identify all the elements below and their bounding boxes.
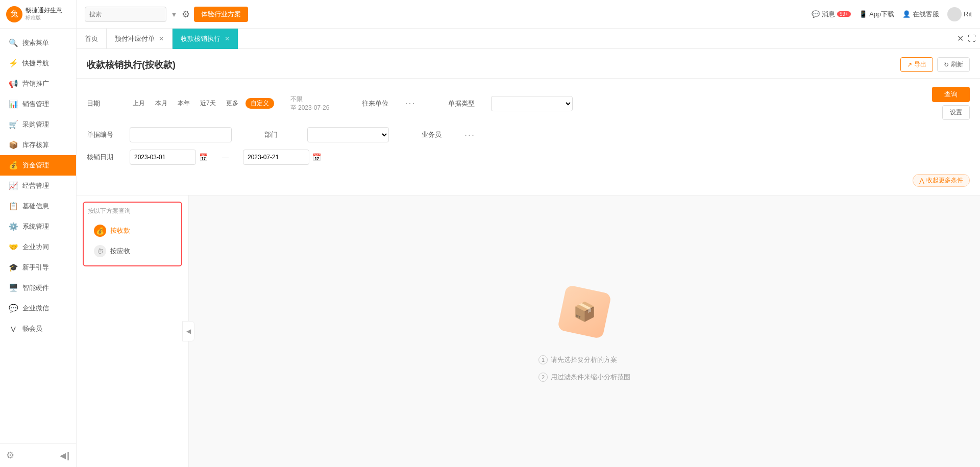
sidebar-item-inventory[interactable]: 📦 库存核算 — [0, 135, 76, 155]
topbar-left: ▼ ⚙ 体验行业方案 — [85, 7, 248, 22]
tab-close-icon[interactable]: ✕ — [957, 34, 964, 43]
sidebar-item-wechat[interactable]: 💬 企业微信 — [0, 298, 76, 318]
tab-home[interactable]: 首页 — [77, 29, 107, 49]
hint-num-1: 1 — [538, 355, 548, 364]
system-icon: ⚙️ — [8, 222, 18, 232]
date-7days[interactable]: 近7天 — [197, 98, 219, 109]
collapse-more-area: ⋀ 收起更多条件 — [87, 174, 970, 187]
topbar-search-input[interactable] — [85, 7, 166, 22]
date-custom-btn[interactable]: 自定义 — [246, 98, 274, 109]
sidebar-item-marketing[interactable]: 📢 营销推广 — [0, 73, 76, 94]
verify-date-end-input[interactable] — [243, 150, 309, 165]
app-download-item[interactable]: 📱 App下载 — [859, 10, 894, 19]
sidebar-item-system[interactable]: ⚙️ 系统管理 — [0, 216, 76, 237]
wechat-icon: 💬 — [8, 303, 18, 313]
filter-by-receivable[interactable]: ⏱ 按应收 — [88, 241, 177, 261]
topbar-dropdown-arrow[interactable]: ▼ — [170, 10, 178, 18]
home-tab-label: 首页 — [85, 34, 98, 43]
sidebar-item-collab[interactable]: 🤝 企业协同 — [0, 237, 76, 257]
sidebar-item-purchase[interactable]: 🛒 采购管理 — [0, 114, 76, 135]
message-badge: 99+ — [837, 11, 851, 17]
sidebar-item-guide[interactable]: 🎓 新手引导 — [0, 257, 76, 278]
refresh-button[interactable]: ↻ 刷新 — [937, 57, 970, 72]
date-this-month[interactable]: 本月 — [152, 98, 170, 109]
query-button[interactable]: 查询 — [932, 87, 970, 102]
sales-icon: 📊 — [8, 99, 18, 109]
app-name: 畅捷通好生意 — [26, 7, 62, 15]
export-button[interactable]: ↗ 导出 — [900, 57, 933, 72]
hint-item-2: 2 用过滤条件来缩小分析范围 — [538, 371, 630, 384]
date-separator: — — [222, 154, 229, 161]
query-panel-border: 按以下方案查询 💰 按收款 ⏱ 按应收 — [83, 202, 182, 266]
dept-select[interactable] — [307, 127, 389, 142]
date-to-label: 至 2023-07-26 — [290, 104, 330, 112]
salesperson-label: 业务员 — [422, 130, 452, 139]
operations-icon: 📈 — [8, 181, 18, 191]
user-item[interactable]: Rit — [947, 7, 972, 21]
counterpart-more-icon[interactable]: ··· — [405, 98, 415, 109]
sidebar-item-label: 新手引导 — [22, 263, 49, 272]
message-label: 消息 — [822, 10, 835, 19]
purchase-icon: 🛒 — [8, 119, 18, 130]
sidebar-item-nav[interactable]: ⚡ 快捷导航 — [0, 53, 76, 73]
doc-no-input[interactable] — [130, 127, 232, 142]
sidebar-item-label: 库存核算 — [22, 140, 49, 150]
query-panel-title: 按以下方案查询 — [88, 207, 177, 215]
panel-collapse-button[interactable]: ◀ — [182, 321, 194, 341]
filter-by-receipt[interactable]: 💰 按收款 — [88, 220, 177, 241]
logo-icon: 兔 — [6, 6, 22, 22]
sidebar-item-label: 基础信息 — [22, 202, 49, 211]
industry-solution-button[interactable]: 体验行业方案 — [194, 7, 248, 22]
sidebar-item-hardware[interactable]: 🖥️ 智能硬件 — [0, 278, 76, 298]
verify-date-end-calendar-icon[interactable]: 📅 — [312, 153, 321, 161]
tab-receipt-verify[interactable]: 收款核销执行 ✕ — [173, 29, 238, 49]
tab-expand-icon[interactable]: ⛶ — [968, 34, 976, 43]
sidebar-item-finance[interactable]: 💰 资金管理 — [0, 155, 76, 176]
sidebar-item-label: 销售管理 — [22, 100, 49, 109]
empty-hints: 1 请先选择要分析的方案 2 用过滤条件来缩小分析范围 — [538, 353, 630, 384]
empty-state: 📦 1 请先选择要分析的方案 2 用过滤条件来缩小分析范围 — [538, 279, 630, 384]
date-this-year[interactable]: 本年 — [175, 98, 193, 109]
sidebar: 兔 畅捷通好生意 标准版 🔍 搜索菜单 ⚡ 快捷导航 📢 营销推广 📊 销售管理… — [0, 0, 77, 467]
sidebar-item-label: 搜索菜单 — [22, 38, 49, 47]
topbar-gear-icon[interactable]: ⚙ — [182, 9, 190, 20]
sidebar-item-member[interactable]: V 畅会员 — [0, 318, 76, 339]
message-item[interactable]: 💬 消息 99+ — [812, 10, 851, 19]
app-download-label: App下载 — [869, 10, 894, 19]
collapse-more-button[interactable]: ⋀ 收起更多条件 — [913, 174, 970, 187]
tab-receipt-verify-close[interactable]: ✕ — [225, 35, 230, 42]
counterpart-label: 往来单位 — [362, 99, 393, 108]
page-header-actions: ↗ 导出 ↻ 刷新 — [900, 57, 970, 72]
salesperson-more-icon[interactable]: ··· — [464, 130, 475, 140]
verify-date-start-input[interactable] — [130, 150, 196, 165]
sidebar-item-label: 智能硬件 — [22, 283, 49, 292]
filter-row-docno: 单据编号 部门 业务员 ··· — [87, 127, 970, 142]
date-range-display: 不限 至 2023-07-26 — [290, 95, 330, 112]
online-service-item[interactable]: 👤 在线客服 — [902, 10, 939, 19]
date-last-month[interactable]: 上月 — [130, 98, 148, 109]
sidebar-bottom: ⚙ ◀‖ — [0, 443, 76, 467]
setting-button[interactable]: 设置 — [942, 105, 970, 120]
date-filter-label: 日期 — [87, 99, 117, 108]
sidebar-item-search[interactable]: 🔍 搜索菜单 — [0, 33, 76, 53]
hint-text-2: 用过滤条件来缩小分析范围 — [551, 371, 630, 384]
date-more[interactable]: 更多 — [223, 98, 241, 109]
sidebar-collapse-icon[interactable]: ◀‖ — [60, 451, 70, 460]
tab-prepay[interactable]: 预付冲应付单 ✕ — [107, 29, 173, 49]
verify-date-start-calendar-icon[interactable]: 📅 — [199, 153, 208, 161]
receipt-icon: 💰 — [94, 225, 106, 237]
settings-icon[interactable]: ⚙ — [6, 450, 14, 461]
sidebar-item-label: 企业协同 — [22, 242, 49, 252]
guide-icon: 🎓 — [8, 262, 18, 273]
doc-type-select[interactable] — [491, 96, 573, 111]
hardware-icon: 🖥️ — [8, 283, 18, 293]
basic-icon: 📋 — [8, 201, 18, 211]
hint-text-1: 请先选择要分析的方案 — [551, 353, 617, 366]
tab-prepay-close[interactable]: ✕ — [159, 35, 164, 42]
sidebar-item-basic[interactable]: 📋 基础信息 — [0, 196, 76, 216]
sidebar-item-label: 快捷导航 — [22, 59, 49, 68]
sidebar-item-operations[interactable]: 📈 经营管理 — [0, 176, 76, 196]
user-name: Rit — [964, 10, 972, 18]
sidebar-item-label: 营销推广 — [22, 79, 49, 88]
sidebar-item-sales[interactable]: 📊 销售管理 — [0, 94, 76, 114]
